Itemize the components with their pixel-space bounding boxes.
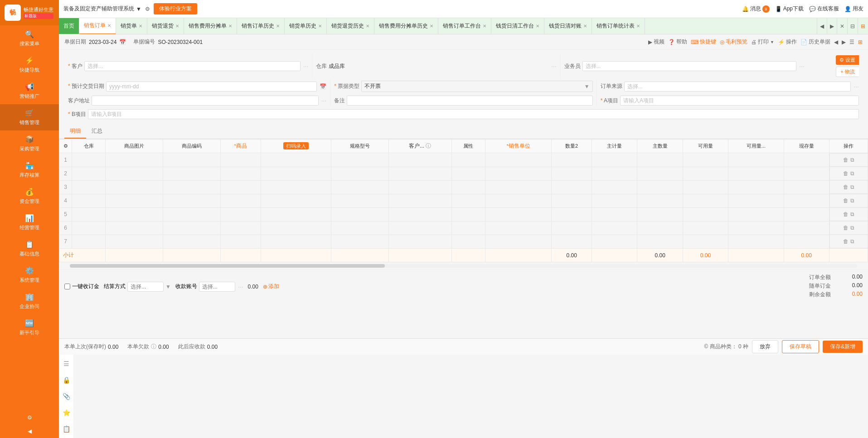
tab-close-cash-workbench[interactable]: ✕ xyxy=(536,24,539,29)
row6-delete-icon[interactable]: 🗑 xyxy=(843,225,849,231)
row4-delete-icon[interactable]: 🗑 xyxy=(843,197,849,204)
detail-tab-detail[interactable]: 明细 xyxy=(64,125,86,139)
view-video-btn[interactable]: ▶ 视频 xyxy=(648,38,664,46)
invoice-type-select[interactable]: 不开票 ▼ xyxy=(361,81,592,92)
row1-delete-icon[interactable]: 🗑 xyxy=(843,157,849,163)
tab-cash-reconcile[interactable]: 钱货日清对账 ✕ xyxy=(544,18,592,34)
next-record-btn[interactable]: ▶ xyxy=(842,39,846,45)
a-project-input[interactable] xyxy=(620,96,859,106)
print-btn[interactable]: 🖨 打印 ▼ xyxy=(751,38,774,46)
operations-btn[interactable]: ⚡ 操作 xyxy=(778,38,797,46)
staff-input[interactable] xyxy=(582,61,797,71)
payment-arrow-icon[interactable]: ▼ xyxy=(165,284,171,290)
tab-close-order-workbench[interactable]: ✕ xyxy=(483,24,486,29)
tab-close-expense-history[interactable]: ✕ xyxy=(430,24,433,29)
tab-order-workbench[interactable]: 销售订单工作台 ✕ xyxy=(438,18,491,34)
row5-copy-icon[interactable]: ⧉ xyxy=(850,211,854,217)
table-container[interactable]: ⚙ 仓库 商品图片 商品编码 *商品 扫码录入 规格型号 客户... ⓘ xyxy=(59,139,868,262)
scroll-area[interactable] xyxy=(59,262,868,270)
scroll-track[interactable] xyxy=(70,264,857,268)
discard-button[interactable]: 放弃 xyxy=(752,340,778,353)
addr-dots[interactable]: ··· xyxy=(321,97,327,104)
form-view-btn[interactable]: ⊞ xyxy=(858,39,863,45)
tab-refund-history[interactable]: 销货退货历史 ✕ xyxy=(327,18,374,34)
right-sidebar-btn-5[interactable]: 📋 xyxy=(61,424,72,434)
sidebar-item-finance[interactable]: 💰 资金管理 xyxy=(0,183,59,209)
tab-sales-expense[interactable]: 销售费用分摊单 ✕ xyxy=(184,18,237,34)
add-logistics-btn[interactable]: + 物流 xyxy=(836,67,859,77)
right-sidebar-btn-2[interactable]: 🔒 xyxy=(61,375,72,385)
tab-next-btn[interactable]: ▶ xyxy=(827,18,837,34)
scroll-thumb[interactable] xyxy=(70,264,385,268)
note-input[interactable] xyxy=(347,96,592,106)
tab-close-all-btn[interactable]: ✕ xyxy=(837,18,847,34)
row7-copy-icon[interactable]: ⧉ xyxy=(850,238,854,245)
row2-delete-icon[interactable]: 🗑 xyxy=(843,170,849,177)
tab-close-sales-expense[interactable]: ✕ xyxy=(228,24,232,29)
sidebar-item-search[interactable]: 🔍 搜索菜单 xyxy=(0,25,59,52)
calendar2-icon[interactable]: 📅 xyxy=(320,83,326,90)
sidebar-item-system[interactable]: ⚙️ 系统管理 xyxy=(0,262,59,288)
right-sidebar-btn-4[interactable]: ⭐ xyxy=(61,407,72,418)
tab-prev-btn[interactable]: ◀ xyxy=(817,18,827,34)
row2-copy-icon[interactable]: ⧉ xyxy=(850,170,854,177)
save-draft-button[interactable]: 保存草稿 xyxy=(782,340,819,353)
sidebar-item-guide[interactable]: 🆕 新手引导 xyxy=(0,314,59,341)
sidebar-item-quicknav[interactable]: ⚡ 快捷导航 xyxy=(0,52,59,78)
row1-copy-icon[interactable]: ⧉ xyxy=(850,157,854,163)
user-avatar[interactable]: 👤 用友 xyxy=(844,5,863,13)
row6-copy-icon[interactable]: ⧉ xyxy=(850,225,854,231)
sidebar-item-purchase[interactable]: 📦 采购管理 xyxy=(0,130,59,157)
scrollable-area[interactable]: 单据日期 2023-03-24 📅 单据编号 SO-20230324-001 ▶… xyxy=(59,34,868,338)
help-btn[interactable]: ❓ 帮助 xyxy=(668,38,687,46)
row7-delete-icon[interactable]: 🗑 xyxy=(843,238,849,245)
sidebar-item-inventory[interactable]: 🏪 库存核算 xyxy=(0,157,59,183)
tab-close-return-history[interactable]: ✕ xyxy=(318,24,322,29)
tab-sales-stats[interactable]: 销售订单统计表 ✕ xyxy=(592,18,645,34)
row3-copy-icon[interactable]: ⧉ xyxy=(850,184,854,190)
settings-float-btn[interactable]: ⚙ 设置 xyxy=(836,55,859,65)
profit-preview-btn[interactable]: ◎ 毛利预览 xyxy=(720,38,747,46)
warehouse-dots[interactable]: ··· xyxy=(551,63,557,70)
order-source-dots[interactable]: ··· xyxy=(853,83,859,90)
date-value[interactable]: 2023-03-24 xyxy=(89,39,116,45)
prev-record-btn[interactable]: ◀ xyxy=(834,39,838,45)
customer-input[interactable] xyxy=(84,61,301,71)
sidebar-item-sales[interactable]: 🛒 销售管理 xyxy=(0,104,59,130)
tab-sales-return[interactable]: 销货单 ✕ xyxy=(116,18,147,34)
tab-grid-btn[interactable]: ⊞ xyxy=(858,18,868,34)
payment-method-input[interactable] xyxy=(127,282,164,292)
account-input[interactable] xyxy=(199,282,235,292)
right-sidebar-btn-1[interactable]: ☰ xyxy=(61,358,72,369)
customer-addr-input[interactable] xyxy=(92,96,319,106)
online-service-btn[interactable]: 💬 在线客服 xyxy=(809,5,839,13)
staff-dots[interactable]: ··· xyxy=(799,63,805,70)
tab-close-sales-stats[interactable]: ✕ xyxy=(636,24,640,29)
sidebar-item-basic[interactable]: 📋 基础信息 xyxy=(0,236,59,262)
customer-dots[interactable]: ··· xyxy=(303,63,309,70)
tab-menu-btn[interactable]: ⊟ xyxy=(847,18,858,34)
tab-close-refund-history[interactable]: ✕ xyxy=(366,24,369,29)
scan-button[interactable]: 扫码录入 xyxy=(283,142,309,149)
sidebar-settings-btn[interactable]: ⚙ xyxy=(0,411,59,424)
sidebar-item-marketing[interactable]: 📢 营销推广 xyxy=(0,78,59,104)
save-new-button[interactable]: 保存&新增 xyxy=(823,341,863,353)
delivery-date-input[interactable] xyxy=(106,82,317,91)
tab-close-cash-reconcile[interactable]: ✕ xyxy=(583,24,587,29)
add-btn[interactable]: ⊕ 添加 xyxy=(263,283,279,290)
row3-delete-icon[interactable]: 🗑 xyxy=(843,184,849,190)
tab-close-sales-refund[interactable]: ✕ xyxy=(175,24,179,29)
order-source-input[interactable] xyxy=(624,82,851,91)
system-title-dropdown[interactable]: 装备及固定资产辅助管理系统 ▼ xyxy=(63,5,141,13)
tab-cash-workbench[interactable]: 钱货日清工作台 ✕ xyxy=(491,18,544,34)
row4-copy-icon[interactable]: ⧉ xyxy=(850,197,854,204)
col-settings-icon[interactable]: ⚙ xyxy=(59,140,72,153)
account-dots[interactable]: ··· xyxy=(238,283,243,290)
history-btn[interactable]: 📄 历史单据 xyxy=(800,38,830,46)
calendar-icon[interactable]: 📅 xyxy=(119,39,126,45)
solution-button[interactable]: 体验行业方案 xyxy=(154,3,197,14)
sidebar-item-enterprise[interactable]: 🏢 企业协同 xyxy=(0,288,59,314)
tab-close-sales-order[interactable]: ✕ xyxy=(107,23,111,28)
tab-order-history[interactable]: 销售订单历史 ✕ xyxy=(237,18,285,34)
shortcut-btn[interactable]: ⌨ 快捷键 xyxy=(691,38,716,46)
